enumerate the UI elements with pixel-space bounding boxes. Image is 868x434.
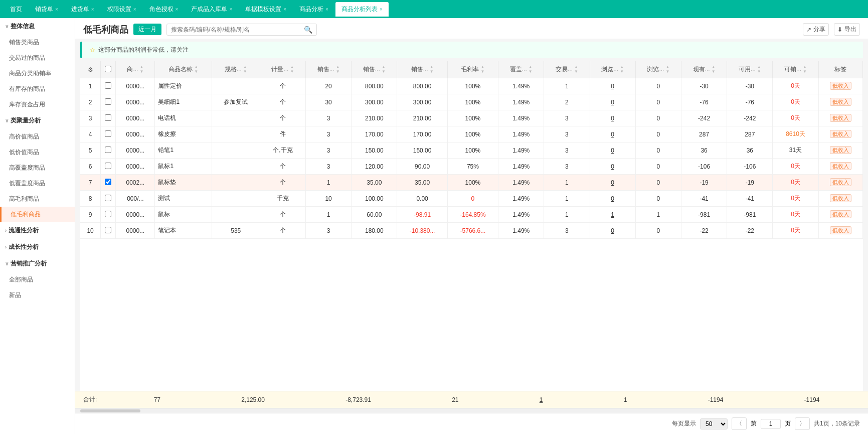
per-page-select[interactable]: 50 100 [700, 418, 728, 429]
col-unit[interactable]: 计量...▲▼ [260, 61, 305, 78]
row-browse1[interactable]: 0 [590, 142, 635, 159]
row-unit: 个,千克 [260, 142, 305, 159]
row-browse1[interactable]: 0 [590, 159, 635, 175]
sidebar-group-flow[interactable]: › 流通性分析 [0, 222, 75, 239]
sidebar-group-cluster[interactable]: ∨ 类聚量分析 [0, 112, 75, 129]
sidebar-item-category-rate[interactable]: 商品分类助销率 [0, 66, 75, 81]
row-browse1[interactable]: 0 [590, 94, 635, 110]
page-number-input[interactable] [761, 419, 781, 429]
row-checkbox[interactable] [105, 179, 111, 185]
nav-permission[interactable]: 权限设置 × [101, 2, 142, 17]
sidebar-item-high-coverage[interactable]: 高覆盖度商品 [0, 160, 75, 176]
nav-goods-analysis-list[interactable]: 商品分析列表 × [335, 2, 389, 17]
sidebar-item-high-margin[interactable]: 高毛利商品 [0, 191, 75, 207]
search-input[interactable] [171, 26, 304, 33]
row-checkbox[interactable] [105, 98, 111, 105]
nav-goods-analysis-list-close[interactable]: × [380, 7, 383, 12]
sidebar-item-high-value[interactable]: 高价值商品 [0, 129, 75, 144]
nav-sales[interactable]: 销货单 × [29, 2, 64, 17]
export-button[interactable]: ⬇ 导出 [834, 23, 860, 36]
row-browse1[interactable]: 0 [590, 191, 635, 207]
row-browse1[interactable]: 0 [590, 126, 635, 142]
share-button[interactable]: ↗ 分享 [803, 23, 829, 36]
col-available[interactable]: 可用...▲▼ [727, 61, 773, 78]
row-checkbox-cell[interactable] [101, 159, 116, 175]
sidebar-item-all-goods[interactable]: 全部商品 [0, 272, 75, 287]
col-coverage[interactable]: 覆盖...▲▼ [498, 61, 544, 78]
scroll-thumb[interactable] [80, 409, 140, 412]
horizontal-scrollbar[interactable] [75, 408, 868, 413]
col-settings[interactable]: ⚙ [80, 61, 101, 78]
col-gross-margin[interactable]: 毛利率▲▼ [447, 61, 498, 78]
sidebar-item-capital[interactable]: 库存资金占用 [0, 97, 75, 112]
col-sales-price[interactable]: 销售...▲▼ [352, 61, 397, 78]
sum-browse1[interactable]: 1 [537, 396, 546, 403]
select-all-checkbox[interactable] [105, 66, 111, 72]
next-page-button[interactable]: 〉 [795, 417, 810, 430]
sidebar-group-overall[interactable]: ∨ 整体信息 [0, 18, 75, 35]
row-checkbox-cell[interactable] [101, 142, 116, 159]
nav-goods-analysis-close[interactable]: × [325, 7, 328, 12]
table-container[interactable]: ⚙ 商...▲▼ 商品名称▲▼ 规格...▲▼ 计量...▲▼ 销售...▲▼ … [80, 61, 863, 391]
nav-template[interactable]: 单据模板设置 × [239, 2, 292, 17]
sidebar-item-stock-goods[interactable]: 有库存的商品 [0, 81, 75, 97]
col-current-stock[interactable]: 现有...▲▼ [681, 61, 727, 78]
col-transaction[interactable]: 交易...▲▼ [544, 61, 590, 78]
sidebar-group-growth[interactable]: › 成长性分析 [0, 239, 75, 255]
col-sellable[interactable]: 可销...▲▼ [773, 61, 818, 78]
row-browse1[interactable]: 1 [590, 207, 635, 223]
row-browse1[interactable]: 0 [590, 110, 635, 126]
row-checkbox[interactable] [105, 163, 111, 169]
nav-template-close[interactable]: × [283, 7, 286, 12]
row-checkbox[interactable] [105, 211, 111, 217]
row-checkbox[interactable] [105, 147, 111, 153]
prev-page-button[interactable]: 〈 [732, 417, 747, 430]
sidebar-item-sales-goods[interactable]: 销售类商品 [0, 35, 75, 50]
sidebar-item-low-coverage[interactable]: 低覆盖度商品 [0, 176, 75, 191]
col-spec[interactable]: 规格...▲▼ [212, 61, 260, 78]
col-tag[interactable]: 标签 [818, 61, 862, 78]
col-sales-qty[interactable]: 销售...▲▼ [306, 61, 352, 78]
settings-icon[interactable]: ⚙ [88, 66, 93, 73]
nav-home[interactable]: 首页 [4, 2, 28, 17]
nav-product-in[interactable]: 产成品入库单 × [185, 2, 238, 17]
alert-text: 这部分商品的利润非常低，请关注 [98, 46, 189, 54]
nav-sales-close[interactable]: × [55, 7, 58, 12]
nav-purchase-close[interactable]: × [91, 7, 94, 12]
nav-permission-close[interactable]: × [133, 7, 136, 12]
sidebar-item-low-value[interactable]: 低价值商品 [0, 144, 75, 160]
row-checkbox-cell[interactable] [101, 175, 116, 191]
col-name[interactable]: 商品名称▲▼ [155, 61, 212, 78]
nav-goods-analysis[interactable]: 商品分析 × [293, 2, 334, 17]
row-checkbox[interactable] [105, 227, 111, 233]
col-browse2[interactable]: 浏览...▲▼ [635, 61, 681, 78]
col-code[interactable]: 商...▲▼ [116, 61, 155, 78]
row-browse1[interactable]: 0 [590, 78, 635, 94]
sidebar-item-traded-goods[interactable]: 交易过的商品 [0, 50, 75, 66]
row-checkbox-cell[interactable] [101, 191, 116, 207]
col-checkbox[interactable] [101, 61, 116, 78]
filter-recent-month-button[interactable]: 近一月 [133, 24, 161, 35]
nav-role-close[interactable]: × [176, 7, 179, 12]
row-browse1[interactable]: 0 [590, 175, 635, 191]
row-checkbox-cell[interactable] [101, 207, 116, 223]
row-browse1[interactable]: 0 [590, 223, 635, 239]
row-checkbox-cell[interactable] [101, 110, 116, 126]
row-checkbox-cell[interactable] [101, 94, 116, 110]
sidebar-item-new-goods[interactable]: 新品 [0, 287, 75, 303]
row-checkbox-cell[interactable] [101, 78, 116, 94]
col-sales-amount[interactable]: 销售...▲▼ [397, 61, 447, 78]
row-checkbox-cell[interactable] [101, 223, 116, 239]
nav-role[interactable]: 角色授权 × [143, 2, 185, 17]
nav-purchase[interactable]: 进货单 × [65, 2, 100, 17]
col-browse1[interactable]: 浏览...▲▼ [590, 61, 635, 78]
row-checkbox[interactable] [105, 130, 111, 137]
sidebar-item-low-margin[interactable]: 低毛利商品 [0, 207, 75, 222]
search-icon[interactable]: 🔍 [304, 26, 312, 34]
sidebar-group-marketing[interactable]: ∨ 营销推广分析 [0, 255, 75, 272]
nav-product-in-close[interactable]: × [229, 7, 232, 12]
row-checkbox-cell[interactable] [101, 126, 116, 142]
row-checkbox[interactable] [105, 114, 111, 121]
row-checkbox[interactable] [105, 82, 111, 89]
row-checkbox[interactable] [105, 195, 111, 201]
